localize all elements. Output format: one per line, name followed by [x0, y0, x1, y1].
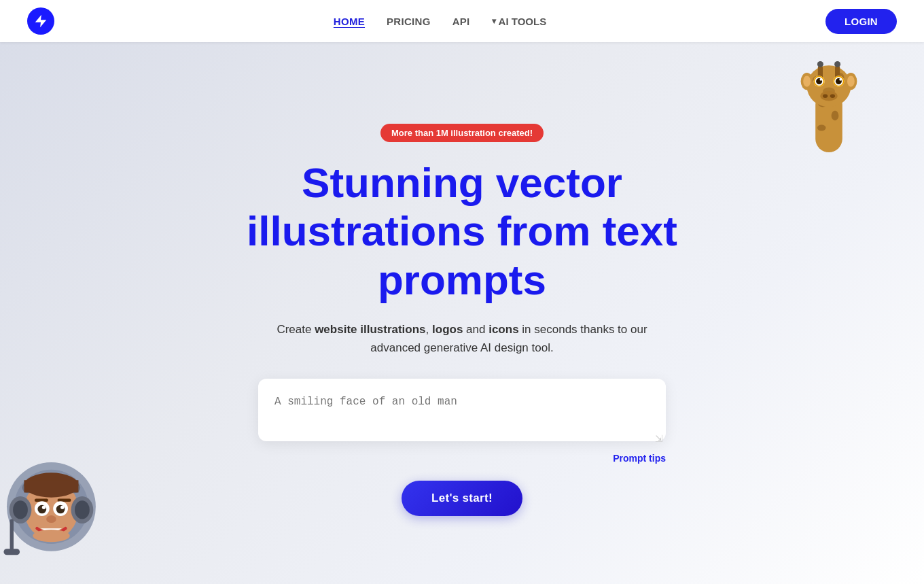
resize-handle-icon: ⇲ — [655, 433, 663, 441]
ai-tools-label: AI TOOLS — [499, 16, 547, 27]
svg-rect-36 — [10, 519, 14, 550]
nav-links: HOME PRICING API ▾ AI TOOLS — [334, 16, 546, 27]
nav-api[interactable]: API — [452, 16, 470, 27]
bold-icons: icons — [488, 323, 518, 336]
bold-logos: logos — [432, 323, 463, 336]
milestone-badge: More than 1M illustration created! — [380, 124, 544, 142]
logo-icon — [27, 7, 54, 35]
nav-ai-tools[interactable]: ▾ AI TOOLS — [492, 16, 547, 27]
svg-rect-37 — [3, 549, 20, 555]
logo[interactable] — [27, 7, 54, 35]
main-content: More than 1M illustration created! Stunn… — [0, 42, 924, 516]
start-button[interactable]: Let's start! — [402, 481, 522, 516]
svg-point-49 — [33, 530, 70, 542]
prompt-input-wrapper: ⇲ — [258, 379, 666, 444]
main-headline: Stunning vector illustrations from text … — [224, 158, 700, 304]
svg-marker-0 — [35, 15, 47, 27]
prompt-input[interactable] — [258, 379, 666, 441]
nav-home[interactable]: HOME — [334, 16, 365, 27]
subtitle: Create website illustrations, logos and … — [265, 320, 659, 357]
bold-website-illustrations: website illustrations — [315, 323, 425, 336]
prompt-tips-link[interactable]: Prompt tips — [613, 453, 666, 464]
prompt-tips-wrapper: Prompt tips — [258, 452, 666, 464]
nav-pricing[interactable]: PRICING — [387, 16, 431, 27]
svg-point-48 — [46, 515, 56, 523]
login-button[interactable]: LOGIN — [825, 9, 897, 34]
chevron-down-icon: ▾ — [492, 16, 496, 26]
navbar: HOME PRICING API ▾ AI TOOLS LOGIN — [0, 0, 924, 42]
